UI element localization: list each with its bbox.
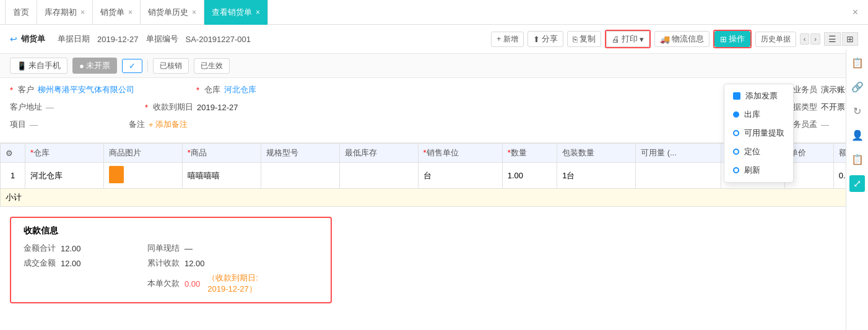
print-button[interactable]: 🖨 打印 ▾ (606, 31, 649, 47)
total-label: 金额合计 (24, 243, 56, 254)
col-spec: 规格型号 (261, 144, 339, 163)
doc-icon: ↩ (10, 34, 17, 44)
effective-button[interactable]: 已生效 (194, 58, 230, 74)
confirm-button[interactable]: ✓ (122, 59, 142, 73)
locate-item[interactable]: 定位 (724, 142, 793, 161)
list-view-button[interactable]: ☰ (824, 32, 841, 46)
address-label: 客户地址 (10, 102, 42, 113)
address-value: — (46, 103, 83, 112)
new-button[interactable]: + 新增 (491, 32, 523, 47)
not-opened-button[interactable]: ● 未开票 (72, 58, 117, 74)
doc-actions: + 新增 ⬆ 分享 ⎘ 复制 🖨 打印 ▾ 🚚 物流信息 (491, 30, 858, 48)
logistics-button[interactable]: 🚚 物流信息 (654, 31, 710, 47)
warehouse-field: * 仓库 河北仓库 (196, 84, 261, 95)
deal-amount-row: 成交金额 12.00 (24, 258, 147, 269)
col-quantity: *数量 (502, 144, 557, 163)
project-field: 项目 — (10, 119, 67, 130)
tab-close-history[interactable]: × (192, 8, 196, 17)
divider (147, 59, 148, 72)
product-thumbnail (109, 166, 124, 183)
outbound-icon (733, 111, 739, 118)
grid-view-button[interactable]: ⊞ (842, 32, 858, 46)
doc-meta: 单据日期 2019-12-27 单据编号 SA-20191227-001 (58, 33, 251, 45)
col-sales-unit: *销售单位 (418, 144, 502, 163)
cumulative-label: 累计收款 (147, 258, 180, 269)
address-field: 客户地址 — (10, 102, 83, 113)
settings-icon[interactable]: ⚙ (6, 149, 13, 158)
history-button[interactable]: 历史单据 (755, 32, 796, 47)
tab-close-sales[interactable]: × (128, 8, 132, 17)
copy-button[interactable]: ⎘ 复制 (567, 31, 601, 47)
tab-sales-order[interactable]: 销货单 × (93, 0, 141, 25)
sidebar-icon-1[interactable]: 📋 (849, 54, 866, 71)
copy-icon: ⎘ (573, 35, 578, 44)
overdue-value: 0.00 (184, 279, 200, 289)
warehouse-value[interactable]: 河北仓库 (224, 84, 261, 95)
plus-icon: + (149, 120, 154, 129)
from-mobile-button[interactable]: 📱 来自手机 (10, 58, 67, 74)
settle-label: 同单现结 (147, 243, 180, 254)
sub-toolbar: 📱 来自手机 ● 未开票 ✓ 已核销 已生效 (0, 54, 868, 78)
cumulative-row: 累计收款 12.00 (147, 258, 271, 269)
project-value: — (30, 120, 67, 129)
due-date-value: 2019-12-27 (197, 103, 238, 112)
available-qty-item[interactable]: 可用量提取 (724, 124, 793, 142)
col-pack-qty: 包装数量 (557, 144, 636, 163)
locate-icon (733, 149, 739, 155)
col-warehouse: *仓库 (25, 144, 104, 163)
row-sales-unit: 台 (418, 163, 502, 189)
due-date-label: 收款到期日 (153, 102, 193, 113)
payment-rows: 金额合计 12.00 同单现结 — 成交金额 12.00 累计收款 12.00 (24, 243, 318, 295)
row-min-stock (339, 163, 418, 189)
row-available (636, 163, 721, 189)
operations-wrapper: ⊞ 操作 (713, 30, 752, 48)
operations-button[interactable]: ⊞ 操作 (714, 31, 750, 47)
row-seq: 1 (1, 163, 25, 189)
check-icon: ✓ (129, 61, 136, 71)
due-date-note: （收款到期日: 2019-12-27） (207, 272, 271, 295)
row-product: 嘻嘻嘻嘻 (182, 163, 261, 189)
payment-total-row: 金额合计 12.00 (24, 243, 147, 254)
print-icon: 🖨 (612, 35, 620, 44)
tab-home[interactable]: 首页 (5, 0, 37, 25)
deal-value: 12.00 (61, 259, 81, 268)
sidebar-icon-expand[interactable]: ⤢ (849, 175, 865, 192)
window-close-button[interactable]: × (853, 7, 863, 18)
view-toggle: ☰ ⊞ (824, 32, 858, 46)
customer-field: * 客户 柳州粤港平安气体有限公司 (10, 84, 134, 95)
tab-inventory-init[interactable]: 库存期初 × (37, 0, 93, 25)
date-value: 2019-12-27 (97, 35, 139, 44)
sidebar-icon-3[interactable]: ↻ (851, 103, 864, 119)
cancelled-button[interactable]: 已核销 (153, 58, 189, 74)
sidebar-icon-2[interactable]: 🔗 (849, 79, 866, 95)
due-date-field: * 收款到期日 2019-12-27 (145, 102, 238, 113)
outbound-item[interactable]: 出库 (724, 105, 793, 124)
payment-title: 收款信息 (24, 225, 318, 237)
col-available: 可用量 (... (636, 144, 721, 163)
customer-value[interactable]: 柳州粤港平安气体有限公司 (38, 84, 134, 95)
main-content: ↩ 销货单 单据日期 2019-12-27 单据编号 SA-20191227-0… (0, 25, 868, 330)
tab-sales-history[interactable]: 销货单历史 × (141, 0, 204, 25)
add-invoice-item[interactable]: 添加发票 (724, 87, 793, 105)
doc-header: ↩ 销货单 单据日期 2019-12-27 单据编号 SA-20191227-0… (0, 25, 868, 54)
next-button[interactable]: › (810, 33, 820, 45)
tab-view-sales[interactable]: 查看销货单 × (204, 0, 268, 25)
add-note-button[interactable]: + 添加备注 (149, 119, 188, 130)
tab-close-view[interactable]: × (256, 8, 260, 17)
right-sidebar: 📋 🔗 ↻ 👤 📋 ⤢ (846, 50, 868, 330)
overdue-row: 本单欠款 0.00 （收款到期日: 2019-12-27） (147, 272, 271, 295)
col-min-stock: 最低库存 (339, 144, 418, 163)
sidebar-icon-4[interactable]: 👤 (849, 127, 866, 144)
row-warehouse: 河北仓库 (25, 163, 104, 189)
overdue-label: 本单欠款 (147, 278, 180, 289)
nav-arrows: ‹ › (800, 33, 820, 45)
share-button[interactable]: ⬆ 分享 (527, 31, 563, 47)
dropdown-menu: 添加发票 出库 可用量提取 定位 刷新 (724, 84, 794, 183)
refresh-icon (733, 167, 739, 173)
tab-close-inventory[interactable]: × (80, 8, 85, 17)
invoice-icon (733, 92, 740, 100)
sidebar-icon-5[interactable]: 📋 (849, 151, 866, 168)
row-product-img (103, 163, 182, 189)
prev-button[interactable]: ‹ (800, 33, 810, 45)
refresh-item[interactable]: 刷新 (724, 161, 793, 180)
